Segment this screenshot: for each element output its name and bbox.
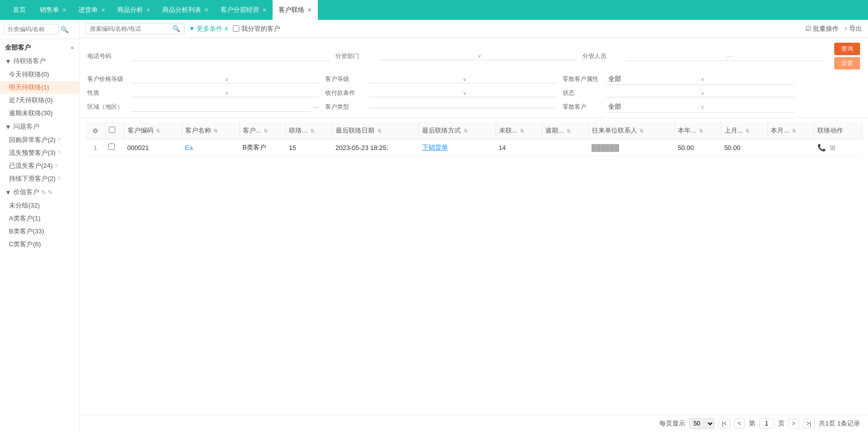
abnormal-help-icon[interactable]: ? [58,137,61,143]
filter-region-dots[interactable]: ··· [314,103,319,111]
nav-customer-contact[interactable]: 客户联络 ✕ [273,0,318,20]
col-settings-icon[interactable]: ⚙ [92,127,98,135]
sidebar-group-pending[interactable]: ▼ 待联络客户 [0,54,79,68]
action-more-icon[interactable]: ⊞ [830,144,836,151]
row-last-contact-method[interactable]: 下销货单 [419,140,496,156]
filter-phone-input[interactable] [131,52,329,61]
settings-button[interactable]: 设置 [834,57,860,70]
batch-op-label: 批量操作 [813,24,839,33]
row-checkbox[interactable] [105,140,124,156]
sidebar-group-value[interactable]: ▼ 价值客户 ↻ ✎ [0,185,79,199]
col-this-month-header[interactable]: 本月... ⇅ [768,122,814,140]
sidebar-item-tomorrow[interactable]: 明天待联络(1) [0,81,79,94]
sidebar-search-icon[interactable]: 🔍 [61,26,69,33]
per-page-select[interactable]: 50 100 200 [689,418,715,429]
filter-row-1: 电话号码 分管部门 ∨ 分管人员 ··· [87,43,860,70]
col-actions-header: 联络动作 [814,122,862,140]
search-icon[interactable]: 🔍 [172,25,180,32]
search-input[interactable] [90,25,170,32]
value-edit-icon[interactable]: ✎ [48,189,52,196]
churned-help-icon[interactable]: ? [55,163,58,169]
filter-price-level-select[interactable]: ∨ [131,75,319,83]
sidebar-item-ungrouped[interactable]: 未分组(32) [0,199,79,212]
filter-nature-select[interactable]: ∨ [131,89,319,97]
first-page-btn[interactable]: |< [719,419,730,429]
more-filters-btn[interactable]: ▼ 更多条件 ∧ [189,24,229,33]
value-refresh-icon[interactable]: ↻ [41,189,46,196]
toolbar: 🔍 ▼ 更多条件 ∧ 我分管的客户 ☑ 批量操作 ↑ 导出 [79,20,868,38]
filter-dept-select[interactable]: ∨ [379,52,577,60]
col-unit-contact-header[interactable]: 往来单位联系人 ⇅ [588,122,674,140]
nav-product-analysis-list[interactable]: 商品分析列表 ✕ [156,0,215,20]
my-customers-check[interactable]: 我分管的客户 [233,24,280,33]
batch-op-btn[interactable]: ☑ 批量操作 [805,24,839,33]
col-type-label: 客户... [243,127,261,134]
filter-payment-select[interactable]: ∨ [369,89,557,97]
nav-sales-close[interactable]: ✕ [62,7,67,13]
nav-purchase[interactable]: 进货单 ✕ [72,0,111,20]
nav-customer-segmentation[interactable]: 客户分层经营 ✕ [215,0,273,20]
col-last-contact-method-header[interactable]: 最后联络方式 ⇅ [419,122,496,140]
nav-product-analysis-list-close[interactable]: ✕ [204,7,209,13]
nav-product-analysis[interactable]: 商品分析 ✕ [111,0,156,20]
sidebar-collapse-icon[interactable]: « [71,44,74,51]
nav-purchase-close[interactable]: ✕ [101,7,105,13]
row-overdue [542,140,589,156]
query-button[interactable]: 查询 [834,43,860,55]
col-this-year-header[interactable]: 本年... ⇅ [675,122,722,140]
sidebar-item-today[interactable]: 今天待联络(0) [0,68,79,81]
sidebar-item-b-class[interactable]: B类客户(33) [0,225,79,238]
col-overdue-header[interactable]: 逾期... ⇅ [542,122,589,140]
select-all-checkbox[interactable] [109,127,115,133]
filter-retail-attr-select[interactable]: 全部 ∨ [606,73,795,85]
col-contact-header[interactable]: 联络... ⇅ [286,122,333,140]
col-uncontacted-header[interactable]: 未联... ⇅ [496,122,542,140]
row-code: 000021 [124,140,182,156]
sidebar-item-overdue[interactable]: 逾期未联络(30) [0,107,79,120]
row-name[interactable]: Ea [182,140,239,156]
col-settings-header[interactable]: ⚙ [85,122,105,140]
sidebar-item-a-class[interactable]: A类客户(1) [0,212,79,225]
nav-product-analysis-list-label: 商品分析列表 [162,5,201,14]
nav-home[interactable]: 首页 [5,0,34,20]
filter-status-select[interactable]: ∨ [606,89,795,97]
col-code-header[interactable]: 客户编码 ⇅ [124,122,182,140]
filter-person-dots[interactable]: ··· [726,52,822,60]
nav-customer-segmentation-close[interactable]: ✕ [262,7,267,13]
action-phone-icon[interactable]: 📞 [817,144,826,151]
sidebar-item-declining[interactable]: 持续下滑客户(2) ? [0,172,79,185]
declining-help-icon[interactable]: ? [58,176,61,182]
col-last-contact-date-header[interactable]: 最后联络日期 ⇅ [332,122,419,140]
col-code-label: 客户编码 [128,127,153,134]
sidebar-group-problem[interactable]: ▼ 问题客户 [0,120,79,134]
nav-product-analysis-close[interactable]: ✕ [146,7,150,13]
filter-customer-level-select[interactable]: ∨ [369,75,557,83]
sidebar-item-abnormal[interactable]: 回购异常客户(2) ? [0,134,79,146]
col-name-header[interactable]: 客户名称 ⇅ [182,122,239,140]
sidebar-item-7days[interactable]: 近7天待联络(0) [0,94,79,107]
sidebar-item-c-class[interactable]: C类客户(6) [0,238,79,251]
row-last-contact-date: 2023-05-23 18:25: [332,140,419,156]
last-page-btn[interactable]: >| [803,419,815,429]
filter-retail-select[interactable]: 全部 ∨ [606,101,795,113]
sidebar-all-customers[interactable]: 全部客户 « [0,39,79,54]
next-page-btn[interactable]: > [789,419,799,429]
filter-customer-type-select[interactable] [369,106,557,108]
sidebar-item-churned[interactable]: 已流失客户(24) ? [0,159,79,172]
nav-customer-contact-close[interactable]: ✕ [307,7,312,13]
export-btn[interactable]: ↑ 导出 [845,24,863,33]
my-customers-checkbox[interactable] [233,25,239,32]
col-type-header[interactable]: 客户... ⇅ [239,122,286,140]
sidebar-item-churn-warning[interactable]: 流失预警客户(3) ? [0,146,79,159]
page-input[interactable] [759,419,774,429]
filter-person-select[interactable]: ··· [626,51,824,61]
col-checkbox-header[interactable] [105,122,124,140]
filter-region-input[interactable] [131,102,312,112]
col-last-month-header[interactable]: 上月... ⇅ [721,122,768,140]
prev-page-btn[interactable]: < [734,419,745,429]
churn-warning-help-icon[interactable]: ? [58,150,61,156]
nav-sales[interactable]: 销售单 ✕ [34,0,72,20]
today-label: 今天待联络(0) [9,70,49,79]
sidebar-search-input[interactable] [4,24,59,35]
filter-status: 状态 ∨ [563,89,795,97]
